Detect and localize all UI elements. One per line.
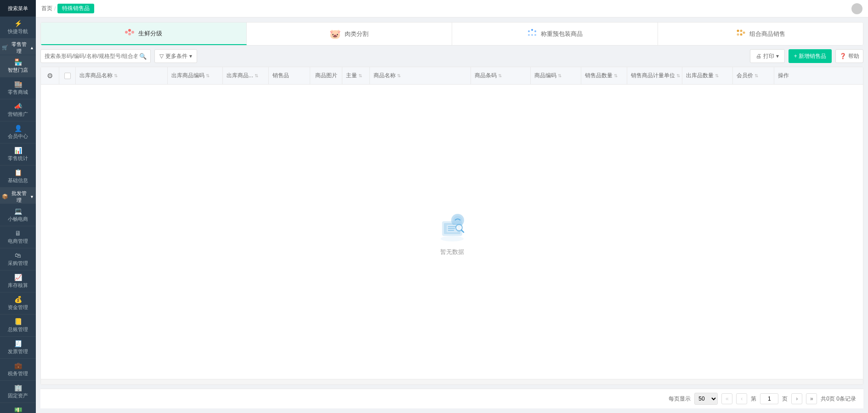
filter-button[interactable]: ▽ 更多条件 ▾: [154, 49, 197, 63]
sort-icon[interactable]: ⇅: [114, 73, 118, 78]
svg-point-19: [453, 216, 462, 225]
sidebar-item-purchase[interactable]: 🛍 采购管理: [0, 248, 36, 270]
sidebar-item-ecommerce-mgmt[interactable]: 🖥 电商管理: [0, 226, 36, 248]
svg-point-14: [743, 32, 745, 34]
page-label: 第: [751, 395, 756, 403]
search-box[interactable]: 🔍: [40, 49, 151, 63]
sort-icon[interactable]: ⇅: [614, 73, 618, 78]
sort-icon[interactable]: ⇅: [358, 73, 362, 78]
table-body-empty: 暂无数据: [41, 85, 863, 379]
th-main: 主量 ⇅: [342, 67, 370, 84]
breadcrumb-home[interactable]: 首页: [41, 5, 52, 12]
select-all-checkbox[interactable]: [64, 73, 71, 79]
sidebar-item-ecommerce-small[interactable]: 💻 小畅电商: [0, 204, 36, 226]
column-settings-icon[interactable]: ⚙: [47, 72, 53, 80]
th-out-spec: 出库商品... ⇅: [223, 67, 269, 84]
sidebar-item-inventory[interactable]: 📈 库存核算: [0, 270, 36, 293]
sort-icon[interactable]: ⇅: [206, 73, 210, 78]
sidebar-item-label: 库存核算: [8, 282, 28, 289]
svg-point-9: [534, 34, 536, 36]
th-action-label: 操作: [778, 72, 789, 80]
sidebar-item-tax[interactable]: 💼 税务管理: [0, 359, 36, 381]
sidebar-item-quick-nav[interactable]: ⚡ 快捷导航: [0, 17, 36, 39]
help-button[interactable]: ❓ 帮助: [835, 49, 863, 63]
sidebar-item-smart-store[interactable]: 🏪 智慧门店: [0, 55, 36, 77]
sidebar-item-label: 会员中心: [8, 133, 28, 140]
tax-icon: 💼: [14, 362, 22, 369]
invoice-icon: 🧾: [14, 340, 22, 347]
ecommerce-small-icon: 💻: [14, 207, 22, 215]
th-check[interactable]: [59, 67, 76, 84]
sort-icon[interactable]: ⇅: [715, 73, 719, 78]
th-out-name: 出库商品名称 ⇅: [76, 67, 168, 84]
th-setting[interactable]: ⚙: [41, 67, 59, 84]
sidebar-item-base-info[interactable]: 📋 基础信息: [0, 166, 36, 188]
sidebar-item-invoice[interactable]: 🧾 发票管理: [0, 337, 36, 359]
sidebar-section-wholesale[interactable]: 📦 批发管理 ▼: [0, 188, 36, 204]
sort-icon[interactable]: ⇅: [676, 73, 680, 78]
user-avatar[interactable]: [851, 3, 862, 14]
sort-icon[interactable]: ⇅: [255, 73, 258, 78]
next-page-button[interactable]: ›: [791, 393, 802, 404]
th-barcode: 商品条码 ⇅: [471, 67, 531, 84]
sort-icon[interactable]: ⇅: [498, 73, 502, 78]
sidebar-logo[interactable]: 搜索菜单: [0, 0, 36, 17]
sort-icon[interactable]: ⇅: [397, 73, 401, 78]
empty-illustration: [434, 207, 471, 244]
th-img: 商品图片: [310, 67, 342, 84]
sidebar-item-fixed-assets[interactable]: 🏢 固定资产: [0, 381, 36, 403]
product-tabs: 生鲜分级 🐷 肉类分割 称重预包装商品: [40, 22, 863, 46]
th-out-code-label: 出库商品编码: [171, 72, 204, 80]
tab-meat[interactable]: 🐷 肉类分割: [247, 23, 453, 45]
sidebar-item-retail-mall[interactable]: 🏬 零售商城: [0, 77, 36, 99]
filter-label: 更多条件: [165, 52, 187, 60]
table-header: ⚙ 出库商品名称 ⇅ 出库商品编码 ⇅ 出库商品... ⇅: [41, 67, 863, 85]
last-page-button[interactable]: »: [806, 393, 817, 404]
retail-icon: 🛒: [2, 45, 8, 51]
tab-combo[interactable]: 组合商品销售: [658, 23, 863, 45]
smart-store-icon: 🏪: [14, 58, 22, 66]
marketing-icon: 📣: [14, 103, 22, 110]
svg-point-5: [531, 29, 533, 31]
pagination: 每页显示 50 10 20 100 « ‹ 第 页 › » 共0页 0条记录: [40, 389, 863, 408]
sidebar-item-ledger[interactable]: 📒 总账管理: [0, 315, 36, 337]
th-member-price-label: 会员价: [737, 72, 753, 80]
th-sale-qty: 销售品数量 ⇅: [581, 67, 627, 84]
first-page-button[interactable]: «: [721, 393, 732, 404]
th-main-label: 主量: [346, 72, 357, 80]
search-icon[interactable]: 🔍: [139, 53, 147, 60]
svg-point-6: [534, 30, 536, 32]
tab-weigh[interactable]: 称重预包装商品: [452, 23, 658, 45]
page-suffix: 页: [782, 395, 788, 403]
page-input[interactable]: [760, 393, 778, 404]
svg-point-13: [740, 34, 742, 36]
prev-page-button[interactable]: ‹: [736, 393, 747, 404]
sidebar-item-retail-stats[interactable]: 📊 零售统计: [0, 143, 36, 166]
sidebar-item-member[interactable]: 👤 会员中心: [0, 121, 36, 143]
th-name: 商品名称 ⇅: [370, 67, 471, 84]
add-button[interactable]: + 新增销售品: [789, 49, 832, 63]
sidebar-item-finance[interactable]: 💰 资金管理: [0, 293, 36, 315]
per-page-select[interactable]: 50 10 20 100: [694, 393, 718, 405]
print-button[interactable]: 🖨 打印 ▾: [750, 49, 785, 63]
base-info-icon: 📋: [14, 169, 22, 176]
table-scrollbar[interactable]: [41, 379, 863, 384]
th-sku: 商品编码 ⇅: [531, 67, 581, 84]
search-input[interactable]: [45, 53, 137, 59]
help-label: 帮助: [848, 52, 859, 60]
meat-icon: 🐷: [329, 29, 341, 40]
sidebar-item-salary[interactable]: 💵 工资: [0, 403, 36, 413]
th-sale-item-label: 销售品: [272, 72, 289, 80]
breadcrumb-current: 特殊销售品: [57, 4, 94, 13]
th-barcode-label: 商品条码: [475, 72, 497, 80]
sidebar-item-marketing[interactable]: 📣 营销推广: [0, 99, 36, 121]
sidebar-section-retail[interactable]: 🛒 零售管理 ▲: [0, 39, 36, 55]
tab-fresh[interactable]: 生鲜分级: [41, 23, 247, 45]
tab-combo-label: 组合商品销售: [749, 30, 785, 38]
th-out-spec-label: 出库商品...: [227, 72, 253, 80]
sidebar-item-label: 营销推广: [8, 111, 28, 118]
sort-icon[interactable]: ⇅: [755, 73, 758, 78]
add-label: + 新增销售品: [794, 52, 826, 60]
chevron-down-icon: ▾: [189, 53, 192, 59]
sort-icon[interactable]: ⇅: [558, 73, 562, 78]
